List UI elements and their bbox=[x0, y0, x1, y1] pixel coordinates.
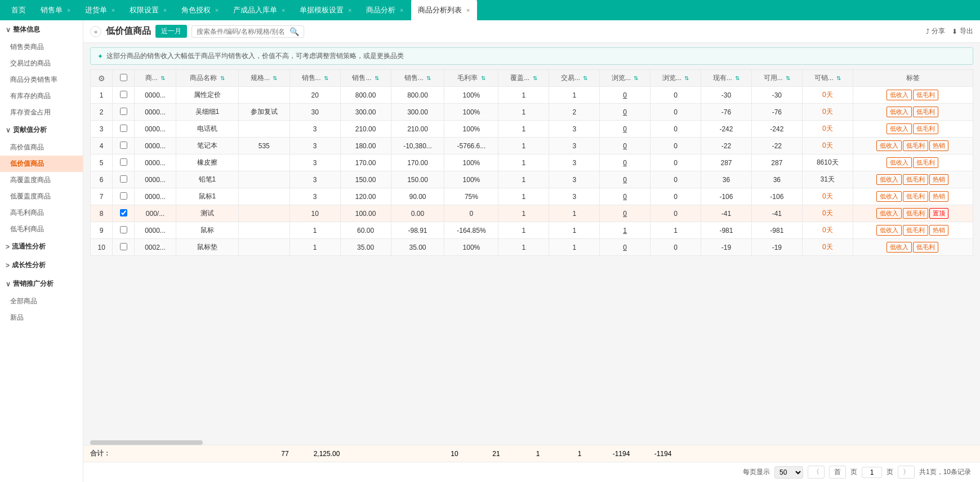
sidebar-group-overall[interactable]: ∨ 整体信息 bbox=[0, 20, 83, 39]
row-view1-value[interactable]: 1 bbox=[623, 227, 627, 235]
sidebar-group-growth[interactable]: > 成长性分析 bbox=[0, 256, 83, 275]
row-checkbox[interactable] bbox=[113, 188, 135, 205]
sidebar-item-high-value[interactable]: 高价值商品 bbox=[0, 139, 83, 156]
col-trade[interactable]: 交易... ⇅ bbox=[549, 70, 600, 87]
col-code[interactable]: 商... ⇅ bbox=[135, 70, 176, 87]
nav-close-purchase[interactable]: × bbox=[112, 7, 115, 14]
row-checkbox-input[interactable] bbox=[120, 243, 127, 250]
col-sale-price[interactable]: 销售... ⇅ bbox=[340, 70, 391, 87]
row-checkbox[interactable] bbox=[113, 138, 135, 154]
col-checkbox[interactable] bbox=[113, 70, 135, 87]
col-gear[interactable]: ⚙ bbox=[91, 70, 113, 87]
nav-template[interactable]: 单据模板设置 × bbox=[293, 0, 358, 20]
nav-close-role[interactable]: × bbox=[215, 7, 219, 14]
col-view1[interactable]: 浏览... ⇅ bbox=[600, 70, 651, 87]
row-view1[interactable]: 0 bbox=[600, 205, 651, 222]
row-view1-value[interactable]: 0 bbox=[623, 108, 627, 116]
row-view1-value[interactable]: 0 bbox=[623, 176, 627, 184]
sidebar-collapse-btn[interactable]: « bbox=[90, 26, 101, 37]
search-icon[interactable]: 🔍 bbox=[289, 27, 299, 36]
sidebar-item-new-goods[interactable]: 新品 bbox=[0, 309, 83, 326]
row-view1[interactable]: 0 bbox=[600, 239, 651, 256]
nav-goods-analysis[interactable]: 商品分析 × bbox=[359, 0, 410, 20]
col-gross-rate[interactable]: 毛利率 ⇅ bbox=[444, 70, 498, 87]
first-page-button[interactable]: 首 bbox=[829, 466, 846, 479]
nav-goods-analysis-list[interactable]: 商品分析列表 × bbox=[411, 0, 476, 20]
row-view1-value[interactable]: 0 bbox=[623, 91, 627, 99]
page-input[interactable] bbox=[862, 467, 882, 478]
row-checkbox-input[interactable] bbox=[120, 91, 127, 98]
sidebar-item-low-value[interactable]: 低价值商品 bbox=[0, 156, 83, 172]
period-button[interactable]: 近一月 bbox=[155, 25, 187, 38]
scrollbar-thumb[interactable] bbox=[90, 440, 203, 445]
prev-button[interactable]: 〈 bbox=[808, 466, 825, 479]
sidebar-group-circulation[interactable]: > 流通性分析 bbox=[0, 237, 83, 256]
sidebar-item-category-rate[interactable]: 商品分类销售率 bbox=[0, 72, 83, 88]
row-checkbox[interactable] bbox=[113, 121, 135, 138]
row-checkbox-input[interactable] bbox=[120, 158, 127, 166]
nav-close-goods-analysis[interactable]: × bbox=[400, 7, 403, 14]
row-view1[interactable]: 0 bbox=[600, 138, 651, 154]
row-view1[interactable]: 0 bbox=[600, 104, 651, 121]
row-view1-value[interactable]: 0 bbox=[623, 210, 627, 218]
row-view1-value[interactable]: 0 bbox=[623, 159, 627, 167]
nav-sales[interactable]: 销售单 × bbox=[34, 0, 77, 20]
nav-close-goods-analysis-list[interactable]: × bbox=[466, 7, 470, 14]
sidebar-item-high-margin[interactable]: 高毛利商品 bbox=[0, 205, 83, 221]
row-view1[interactable]: 0 bbox=[600, 87, 651, 104]
row-view1[interactable]: 0 bbox=[600, 121, 651, 138]
col-name[interactable]: 商品名称 ⇅ bbox=[176, 70, 239, 87]
sidebar-item-all-goods[interactable]: 全部商品 bbox=[0, 293, 83, 309]
next-button[interactable]: 〉 bbox=[898, 466, 915, 479]
col-sale-qty[interactable]: 销售... ⇅ bbox=[289, 70, 340, 87]
row-checkbox[interactable] bbox=[113, 222, 135, 239]
row-checkbox-input[interactable] bbox=[120, 175, 127, 183]
nav-close-permission[interactable]: × bbox=[163, 7, 167, 14]
row-view1[interactable]: 0 bbox=[600, 154, 651, 171]
col-available[interactable]: 可用... ⇅ bbox=[751, 70, 802, 87]
row-view1[interactable]: 0 bbox=[600, 188, 651, 205]
nav-close-product-stock[interactable]: × bbox=[282, 7, 285, 14]
row-checkbox[interactable] bbox=[113, 205, 135, 222]
row-checkbox-input[interactable] bbox=[120, 209, 127, 216]
row-checkbox[interactable] bbox=[113, 87, 135, 104]
nav-purchase[interactable]: 进货单 × bbox=[78, 0, 122, 20]
row-checkbox[interactable] bbox=[113, 154, 135, 171]
row-view1-value[interactable]: 0 bbox=[623, 193, 627, 201]
sidebar-group-contribution[interactable]: ∨ 贡献值分析 bbox=[0, 121, 83, 139]
col-saleable[interactable]: 可销... ⇅ bbox=[802, 70, 853, 87]
sidebar-group-marketing[interactable]: ∨ 营销推广分析 bbox=[0, 275, 83, 293]
row-view1[interactable]: 1 bbox=[600, 222, 651, 239]
row-checkbox[interactable] bbox=[113, 104, 135, 121]
nav-role[interactable]: 角色授权 × bbox=[175, 0, 225, 20]
horizontal-scrollbar[interactable] bbox=[90, 440, 973, 445]
sidebar-item-high-coverage[interactable]: 高覆盖度商品 bbox=[0, 172, 83, 188]
col-coverage[interactable]: 覆盖... ⇅ bbox=[498, 70, 549, 87]
row-checkbox-input[interactable] bbox=[120, 192, 127, 200]
sidebar-item-stock-capital[interactable]: 库存资金占用 bbox=[0, 104, 83, 121]
search-input[interactable] bbox=[197, 28, 289, 36]
col-current[interactable]: 现有... ⇅ bbox=[701, 70, 752, 87]
per-page-select[interactable]: 50 100 200 bbox=[774, 466, 803, 479]
row-checkbox-input[interactable] bbox=[120, 108, 127, 115]
sidebar-item-traded-goods[interactable]: 交易过的商品 bbox=[0, 55, 83, 72]
col-spec[interactable]: 规格... ⇅ bbox=[238, 70, 289, 87]
row-checkbox-input[interactable] bbox=[120, 141, 127, 149]
row-view1-value[interactable]: 0 bbox=[623, 244, 627, 251]
row-checkbox[interactable] bbox=[113, 171, 135, 188]
row-checkbox[interactable] bbox=[113, 239, 135, 256]
nav-close-template[interactable]: × bbox=[348, 7, 351, 14]
nav-home[interactable]: 首页 bbox=[5, 0, 33, 20]
row-checkbox-input[interactable] bbox=[120, 125, 127, 132]
select-all-checkbox[interactable] bbox=[120, 74, 127, 81]
col-sale-amount[interactable]: 销售... ⇅ bbox=[391, 70, 444, 87]
nav-close-sales[interactable]: × bbox=[67, 7, 70, 14]
sidebar-item-low-margin[interactable]: 低毛利商品 bbox=[0, 221, 83, 237]
row-view1-value[interactable]: 0 bbox=[623, 125, 627, 133]
sidebar-item-sales-goods[interactable]: 销售类商品 bbox=[0, 39, 83, 55]
nav-product-stock[interactable]: 产成品入库单 × bbox=[226, 0, 292, 20]
row-view1-value[interactable]: 0 bbox=[623, 142, 627, 150]
row-view1[interactable]: 0 bbox=[600, 171, 651, 188]
sidebar-item-stock-goods[interactable]: 有库存的商品 bbox=[0, 88, 83, 104]
export-button[interactable]: ⬇ 导出 bbox=[952, 26, 973, 36]
